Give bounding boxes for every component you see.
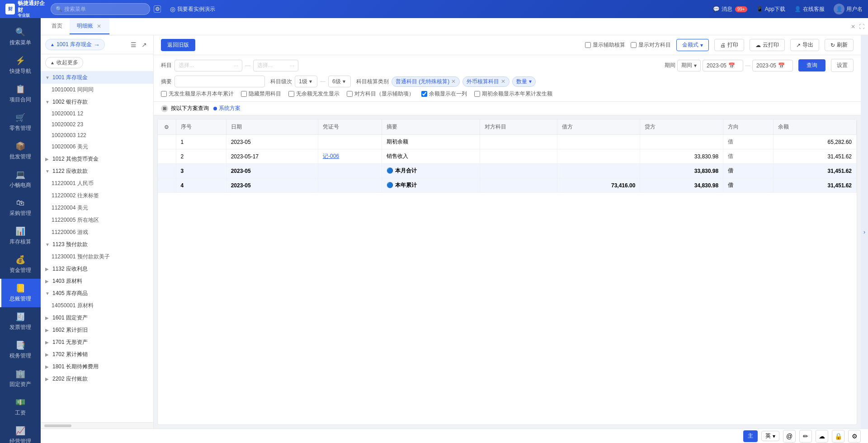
app-download-btn[interactable]: 📱 App下载 [756,5,785,13]
cb-6[interactable]: 期初余额显示本年累计发生额 [474,90,552,98]
tree-scroll-bar[interactable] [41,422,153,429]
tree-node-10010001[interactable]: 10010001 同同同 [41,84,153,96]
th-gear[interactable]: ⚙ [158,119,176,135]
level-from-select[interactable]: 1级 ▾ [295,76,317,87]
tree-node-1702[interactable]: ▶ 1702 累计摊销 [41,348,153,361]
at-icon-btn[interactable]: @ [783,430,796,443]
category-tag-2[interactable]: 外币核算科目 ✕ [462,76,509,87]
cb-2-input[interactable] [241,91,247,97]
tree-node-10020001[interactable]: 10020001 12 [41,108,153,119]
tree-node-2202[interactable]: ▶ 2202 应付账款 [41,373,153,385]
sidebar-item-management[interactable]: 📈 经营管理 [0,421,41,443]
table-area[interactable]: ⚙ 序号 日期 凭证号 摘要 对方科目 借方 贷方 方向 余额 [157,119,857,425]
quantity-tag[interactable]: 数量 ▾ [512,76,536,87]
tree-node-1132[interactable]: ▶ 1132 应收利息 [41,263,153,275]
tree-scroll-area[interactable]: ▼ 1001 库存现金 10010001 同同同 ▼ 1002 银行存款 100… [41,71,153,422]
tree-node-11220006[interactable]: 11220006 游戏 [41,226,153,238]
show-aux-checkbox[interactable]: 显示辅助核算 [585,41,625,49]
tree-node-10020003[interactable]: 10020003 122 [41,130,153,141]
tab-close-icon[interactable]: ✕ [96,23,102,29]
sidebar-item-ledger[interactable]: 📒 总账管理 [0,279,41,307]
settings-icon-btn[interactable]: ⚙ [848,430,861,443]
show-contra-input[interactable] [631,42,637,48]
settings-icon[interactable]: ⚙ [154,5,161,13]
demo-btn[interactable]: ◎ 我要看实例演示 [170,5,215,13]
td-voucher[interactable]: 记-006 [318,149,382,164]
tree-node-1123[interactable]: ▼ 1123 预付款款 [41,238,153,251]
print-btn[interactable]: 🖨 打印 [714,39,744,51]
sidebar-item-salary[interactable]: 💵 工资 [0,393,41,421]
cb-1[interactable]: 无发生额显示本月本年累计 [161,90,234,98]
setting-btn[interactable]: 设置 [831,59,854,72]
tag-close-icon-2[interactable]: ✕ [501,78,505,85]
cb-2[interactable]: 隐藏禁用科目 [241,90,281,98]
tab-home[interactable]: 首页 [44,19,70,34]
cb-3[interactable]: 无余额无发生显示 [288,90,340,98]
bottom-main-btn[interactable]: 主 [743,430,758,442]
return-old-btn[interactable]: 返回旧版 [161,39,195,51]
tree-node-11220005[interactable]: 11220005 所在地区 [41,214,153,226]
tree-node-1405[interactable]: ▼ 1405 库存商品 [41,287,153,300]
tree-node-1122[interactable]: ▼ 1122 应收款款 [41,165,153,177]
refresh-btn[interactable]: ↻ 刷新 [825,39,854,51]
period-type-select[interactable]: 期间 ▾ [677,60,701,71]
cb-4-input[interactable] [347,91,353,97]
tab-collapse-icon[interactable]: ✕ [851,24,855,30]
sidebar-item-tax[interactable]: 📑 税务管理 [0,336,41,364]
sidebar-item-search[interactable]: 🔍 搜索菜单 [0,23,41,51]
cloud-print-btn[interactable]: ☁ 云打印 [750,39,785,51]
sidebar-item-retail[interactable]: 🛒 零售管理 [0,108,41,137]
sidebar-item-ecommerce[interactable]: 💻 小畅电商 [0,165,41,194]
message-btn[interactable]: 💬 消息 99+ [713,5,747,13]
tree-node-1001[interactable]: ▼ 1001 库存现金 [41,71,153,84]
tree-node-1801[interactable]: ▶ 1801 长期待摊费用 [41,361,153,373]
subject-input[interactable]: 选择... ··· [175,60,242,71]
online-service-btn[interactable]: 👤 在线客服 [794,5,825,13]
export-btn[interactable]: ↗ 导出 [790,39,819,51]
tree-node-11230001[interactable]: 11230001 预付款款美子 [41,251,153,263]
sidebar-item-inventory[interactable]: 📊 库存核算 [0,222,41,250]
show-aux-input[interactable] [585,42,591,48]
subject-end-input[interactable]: 选择... ··· [253,60,298,71]
tree-node-10020002[interactable]: 10020002 23 [41,119,153,130]
sidebar-item-wholesale[interactable]: 📦 批发管理 [0,137,41,165]
show-contra-checkbox[interactable]: 显示对方科目 [631,41,671,49]
tree-node-1602[interactable]: ▶ 1602 累计折旧 [41,324,153,336]
lock-icon-btn[interactable]: 🔒 [832,430,844,443]
scheme-filter-icon[interactable]: ⊞ [161,105,168,112]
period-from-input[interactable]: 2023-05 📅 [703,60,743,71]
tree-node-14050001[interactable]: 14050001 原材料 [41,300,153,312]
tree-node-11220001[interactable]: 11220001 人民币 [41,177,153,190]
lang-btn[interactable]: 英 ▾ [761,431,779,441]
user-avatar[interactable]: 👤 用户名 [834,4,863,14]
nav-forward-icon[interactable]: → [94,41,100,48]
category-tag-1[interactable]: 普通科目 (无特殊核算) ✕ [392,76,460,87]
cloud-icon-btn[interactable]: ☁ [816,430,828,443]
sidebar-item-invoice[interactable]: 🧾 发票管理 [0,307,41,336]
tab-detail[interactable]: 明细账 ✕ [70,19,109,34]
cb-5-input[interactable] [421,91,427,97]
summary-input[interactable] [175,76,265,87]
cb-1-input[interactable] [161,91,167,97]
tree-node-1601[interactable]: ▶ 1601 固定资产 [41,312,153,324]
cb-4[interactable]: 对方科目（显示辅助项） [347,90,414,98]
current-account-tag[interactable]: ▲ 1001 库存现金 → [45,39,105,50]
edit-icon-btn[interactable]: ✏ [799,430,812,443]
sidebar-item-assets[interactable]: 🏢 固定资产 [0,364,41,393]
voucher-link[interactable]: 记-006 [323,153,339,159]
tree-node-1002[interactable]: ▼ 1002 银行存款 [41,96,153,108]
tab-expand-icon[interactable]: ⛶ [859,24,864,30]
sidebar-item-quick[interactable]: ⚡ 快捷导航 [0,51,41,80]
tree-node-11220002[interactable]: 11220002 往来标签 [41,190,153,202]
tree-expand-icon[interactable]: ↗ [140,40,149,49]
right-collapse-btn[interactable]: › [861,35,868,429]
amount-style-btn[interactable]: 金额式 ▾ [676,39,709,51]
tree-node-1701[interactable]: ▶ 1701 无形资产 [41,336,153,348]
query-btn[interactable]: 查询 [798,59,826,71]
tree-list-icon[interactable]: ☰ [129,40,138,49]
cb-6-input[interactable] [474,91,480,97]
sidebar-item-project[interactable]: 📋 项目合同 [0,80,41,108]
system-scheme-btn[interactable]: 系统方案 [213,105,241,112]
tree-node-1403[interactable]: ▶ 1403 原材料 [41,275,153,287]
tree-node-10020006[interactable]: 10020006 美元 [41,141,153,153]
